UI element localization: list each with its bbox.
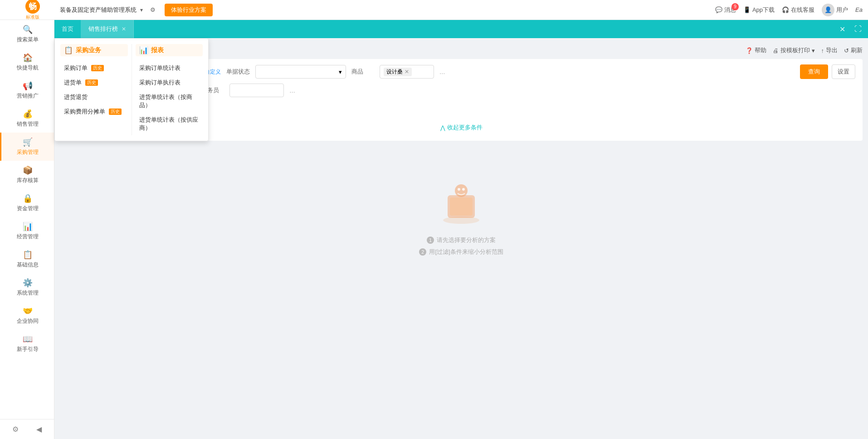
handshake-icon: 🤝 <box>23 306 33 316</box>
export-icon: ↑ <box>821 47 824 54</box>
dropdown-col-reports: 📊 报表 采购订单统计表 采购订单执行表 进货单统计表（按商品） 进货单统计表（… <box>136 44 203 135</box>
tab-sales-rank[interactable]: 销售排行榜 ✕ <box>81 20 134 38</box>
logo-area: 畅 标准版 <box>5 0 60 20</box>
salesperson-input[interactable] <box>229 84 284 97</box>
user-btn[interactable]: 👤 用户 <box>822 4 848 16</box>
tab-expand-btn[interactable]: ⛶ <box>852 24 864 34</box>
dropdown-col-purchase-business: 📋 采购业务 采购订单 历史 进货单 历史 进货退货 采购费用分摊单 历史 <box>60 44 128 135</box>
sidebar-item-inventory[interactable]: 📦 库存核算 <box>0 161 54 189</box>
receipt-supplier-label: 进货单统计表（按供应商） <box>139 116 200 132</box>
dropdown-item-receipt-supplier[interactable]: 进货单统计表（按供应商） <box>136 113 203 135</box>
sidebar-label-enterprise: 企业协同 <box>17 317 39 325</box>
help-btn[interactable]: ❓ 帮助 <box>746 46 766 54</box>
industry-btn[interactable]: 体验行业方案 <box>165 4 213 16</box>
message-icon: 💬 <box>715 6 722 13</box>
sidebar-label-inventory: 库存核算 <box>17 177 39 184</box>
message-badge: 9 <box>731 3 739 10</box>
message-btn[interactable]: 💬 消息 9 <box>715 6 736 14</box>
history-badge-2: 历史 <box>85 79 98 86</box>
logo-subtext: 标准版 <box>26 14 39 20</box>
logo-char: 畅 <box>29 1 37 12</box>
title-dropdown-icon[interactable]: ▾ <box>140 7 143 13</box>
clipboard-icon: 📋 <box>23 250 33 260</box>
print-dropdown-icon[interactable]: ▾ <box>812 47 815 54</box>
query-actions: 查询 设置 <box>800 64 855 79</box>
dropdown-item-receipt[interactable]: 进货单 历史 <box>60 75 128 90</box>
empty-text-step2: 2 用[过滤]条件来缩小分析范围 <box>419 248 503 256</box>
collapse-up-icon: ⋀ <box>440 124 445 131</box>
tab-home-label: 首页 <box>62 25 73 33</box>
return-label: 进货退货 <box>64 93 88 101</box>
sidebar-item-purchase[interactable]: 🛒 采购管理 <box>0 133 54 161</box>
header-right: 💬 消息 9 📱 App下载 🎧 在线客服 👤 用户 Ea <box>715 4 863 16</box>
export-btn[interactable]: ↑ 导出 <box>821 46 838 54</box>
app-download-label: App下载 <box>752 6 775 14</box>
sidebar-label-operations: 经营管理 <box>17 233 39 241</box>
sidebar-item-marketing[interactable]: 📢 营销推广 <box>0 76 54 104</box>
filter-settings-btn[interactable]: 设置 <box>832 64 855 79</box>
goods-more-btn[interactable]: … <box>439 69 445 75</box>
settings-icon-btn[interactable]: ⚙ <box>146 4 159 16</box>
lock-icon: 🔒 <box>23 193 33 203</box>
reports-icon: 📊 <box>139 46 148 54</box>
dropdown-item-order-stats[interactable]: 采购订单统计表 <box>136 61 203 75</box>
empty-state: 1 请先选择要分析的方案 2 用[过滤]条件来缩小分析范围 <box>60 145 863 294</box>
goods-tag-text: 设计桑 <box>386 68 403 76</box>
dropdown-item-return[interactable]: 进货退货 <box>60 90 128 104</box>
sidebar-item-finance[interactable]: 🔒 资金管理 <box>0 189 54 217</box>
sidebar-item-basic-info[interactable]: 📋 基础信息 <box>0 245 54 273</box>
receipt-label: 进货单 <box>64 79 82 87</box>
goods-tag-close[interactable]: ✕ <box>405 69 409 75</box>
search-icon: 🔍 <box>23 25 33 35</box>
dropdown-item-purchase-order[interactable]: 采购订单 历史 <box>60 61 128 75</box>
dropdown-columns: 📋 采购业务 采购订单 历史 进货单 历史 进货退货 采购费用分摊单 历史 <box>55 44 208 135</box>
tab-bar: 首页 销售排行榜 ✕ ✕ ⛶ <box>54 20 868 38</box>
sidebar-collapse-btn[interactable]: ◀ <box>33 423 45 435</box>
megaphone-icon: 📢 <box>23 81 33 91</box>
online-service-btn[interactable]: 🎧 在线客服 <box>782 6 814 14</box>
dropdown-divider <box>132 44 132 135</box>
refresh-btn[interactable]: ↺ 刷新 <box>844 46 863 54</box>
print-btn[interactable]: 🖨 按模板打印 ▾ <box>773 46 815 54</box>
svg-rect-2 <box>450 197 473 216</box>
user-label: 用户 <box>836 6 848 14</box>
empty-text-step1: 1 请先选择要分析的方案 <box>427 236 496 244</box>
collapse-label: 收起更多条件 <box>447 123 483 132</box>
top-header: 畅 标准版 装备及固定资产辅助管理系统 ▾ ⚙ 体验行业方案 💬 消息 9 📱 … <box>0 0 868 20</box>
sidebar-bottom: ⚙ ◀ <box>0 419 54 439</box>
query-btn[interactable]: 查询 <box>800 64 828 79</box>
system-title: 装备及固定资产辅助管理系统 <box>60 6 137 14</box>
goods-input-area[interactable]: 设计桑 ✕ <box>380 65 434 79</box>
salesperson-more-btn[interactable]: … <box>289 87 295 94</box>
doc-status-label: 单据状态 <box>226 68 250 76</box>
sidebar-item-quick-nav[interactable]: 🏠 快捷导航 <box>0 48 54 76</box>
doc-status-dropdown-icon: ▾ <box>339 69 342 75</box>
sidebar-label-search: 搜索菜单 <box>17 36 39 44</box>
history-badge-3: 历史 <box>109 109 122 115</box>
sidebar-item-guide[interactable]: 📖 新手引导 <box>0 330 54 358</box>
purchase-biz-icon: 📋 <box>64 46 73 54</box>
tab-close-icon[interactable]: ✕ <box>122 26 126 32</box>
goods-tag: 设计桑 ✕ <box>384 68 412 76</box>
tab-close-all-btn[interactable]: ✕ <box>837 24 848 35</box>
app-download-btn[interactable]: 📱 App下载 <box>743 6 775 14</box>
dropdown-col1-title: 📋 采购业务 <box>60 44 128 56</box>
tab-right-actions: ✕ ⛶ <box>837 24 868 35</box>
sidebar-item-operations[interactable]: 📊 经营管理 <box>0 217 54 245</box>
dropdown-item-cost-split[interactable]: 采购费用分摊单 历史 <box>60 104 128 119</box>
sidebar-item-sales[interactable]: 💰 销售管理 <box>0 104 54 133</box>
sidebar-item-system[interactable]: ⚙️ 系统管理 <box>0 273 54 301</box>
svg-point-4 <box>458 188 460 191</box>
gear-icon: ⚙️ <box>23 278 33 288</box>
sidebar-item-search[interactable]: 🔍 搜索菜单 <box>0 20 54 48</box>
headset-icon: 🎧 <box>782 6 789 13</box>
dropdown-item-order-exec[interactable]: 采购订单执行表 <box>136 75 203 90</box>
help-icon: ❓ <box>746 47 753 54</box>
user-avatar: 👤 <box>822 4 834 16</box>
doc-status-select[interactable]: ▾ <box>255 65 346 79</box>
sidebar-settings-btn[interactable]: ⚙ <box>9 423 22 435</box>
sidebar-item-enterprise[interactable]: 🤝 企业协同 <box>0 301 54 330</box>
tab-home[interactable]: 首页 <box>54 20 81 38</box>
printer-icon: 🖨 <box>773 47 779 54</box>
dropdown-item-receipt-goods[interactable]: 进货单统计表（按商品） <box>136 90 203 113</box>
